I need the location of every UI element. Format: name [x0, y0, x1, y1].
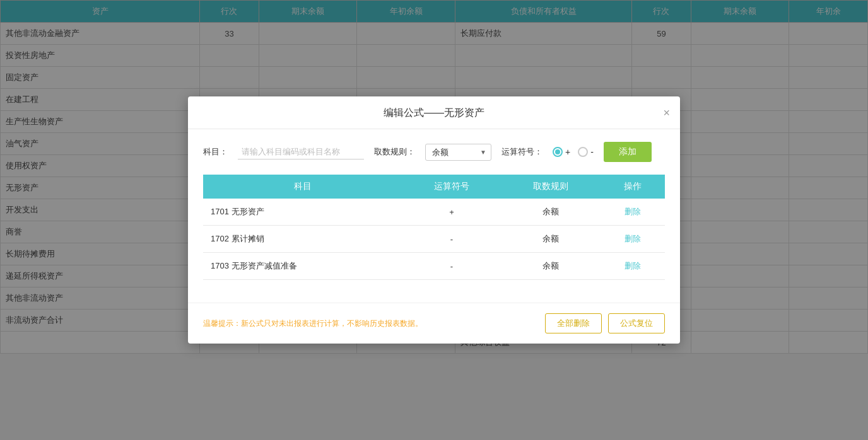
formula-row: 1701 无形资产 + 余额 删除	[203, 199, 665, 226]
operator-minus-radio[interactable]: -	[578, 147, 594, 157]
subject-input[interactable]	[238, 144, 364, 159]
formula-rule: 余额	[501, 199, 601, 226]
formula-form-row: 科目： 取数规则： 余额 借方 贷方 借方发生额 贷方发生额 ▼ 运算符号：	[203, 142, 665, 162]
add-button[interactable]: 添加	[604, 142, 652, 162]
radio-minus-circle	[578, 147, 588, 157]
rule-select[interactable]: 余额 借方 贷方 借方发生额 贷方发生额	[425, 144, 491, 161]
rule-label: 取数规则：	[374, 146, 415, 158]
delete-row-button[interactable]: 删除	[625, 206, 641, 217]
table-header-action: 操作	[601, 175, 665, 199]
rule-select-wrapper: 余额 借方 贷方 借方发生额 贷方发生额 ▼	[425, 144, 491, 161]
formula-action: 删除	[601, 199, 665, 226]
delete-all-button[interactable]: 全部删除	[545, 313, 602, 333]
formula-operator: -	[402, 253, 501, 280]
operator-label: 运算符号：	[501, 146, 542, 158]
reset-formula-button[interactable]: 公式复位	[608, 313, 665, 333]
operator-minus-label: -	[590, 147, 594, 157]
formula-operator: -	[402, 226, 501, 253]
formula-action: 删除	[601, 226, 665, 253]
formula-row: 1703 无形资产减值准备 - 余额 删除	[203, 253, 665, 280]
operator-plus-label: +	[565, 147, 570, 157]
table-header-subject: 科目	[203, 175, 402, 199]
radio-plus-circle	[553, 147, 563, 157]
formula-rule: 余额	[501, 226, 601, 253]
operator-plus-radio[interactable]: +	[553, 147, 570, 157]
edit-formula-modal: 编辑公式——无形资产 × 科目： 取数规则： 余额 借方 贷方 借方发生额 贷方…	[188, 96, 680, 344]
tip-text: 温馨提示：新公式只对未出报表进行计算，不影响历史报表数据。	[203, 318, 423, 329]
formula-table: 科目 运算符号 取数规则 操作 1701 无形资产 + 余额 删除 1702 累…	[203, 175, 665, 280]
footer-buttons: 全部删除 公式复位	[545, 313, 665, 333]
modal-overlay: 编辑公式——无形资产 × 科目： 取数规则： 余额 借方 贷方 借方发生额 贷方…	[0, 0, 868, 440]
subject-label: 科目：	[203, 146, 228, 158]
modal-footer: 温馨提示：新公式只对未出报表进行计算，不影响历史报表数据。 全部删除 公式复位	[188, 303, 680, 344]
modal-body: 科目： 取数规则： 余额 借方 贷方 借方发生额 贷方发生额 ▼ 运算符号：	[188, 129, 680, 303]
table-header-rule: 取数规则	[501, 175, 601, 199]
delete-row-button[interactable]: 删除	[625, 260, 641, 272]
delete-row-button[interactable]: 删除	[625, 233, 641, 245]
formula-subject: 1701 无形资产	[203, 199, 402, 226]
table-header-operator: 运算符号	[402, 175, 501, 199]
close-button[interactable]: ×	[663, 107, 670, 119]
modal-title: 编辑公式——无形资产	[384, 107, 484, 118]
formula-action: 删除	[601, 253, 665, 280]
operator-radio-group: + -	[553, 147, 594, 157]
formula-rule: 余额	[501, 253, 601, 280]
formula-operator: +	[402, 199, 501, 226]
formula-subject: 1703 无形资产减值准备	[203, 253, 402, 280]
formula-subject: 1702 累计摊销	[203, 226, 402, 253]
formula-row: 1702 累计摊销 - 余额 删除	[203, 226, 665, 253]
modal-header: 编辑公式——无形资产 ×	[188, 96, 680, 129]
